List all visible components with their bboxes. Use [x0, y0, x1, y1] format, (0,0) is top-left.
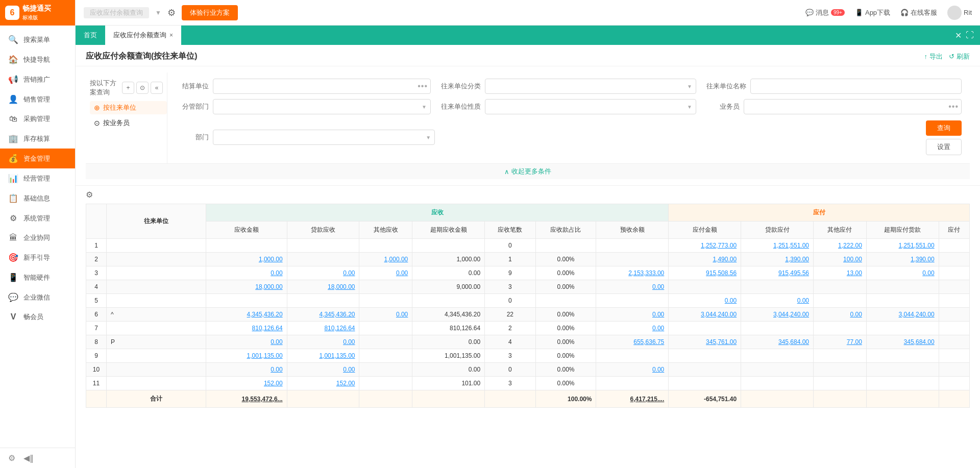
filter-settings-button[interactable]: ⊙ [136, 82, 149, 94]
partner-name-input[interactable] [750, 79, 962, 94]
sidebar-item-enterprise[interactable]: 🏛 企业协同 [0, 228, 75, 248]
table-cell[interactable] [866, 363, 939, 377]
table-cell[interactable] [359, 377, 412, 390]
table-cell[interactable] [866, 377, 939, 390]
table-cell[interactable]: 0.00 [866, 266, 939, 280]
settlement-unit-input[interactable] [213, 79, 431, 94]
table-cell[interactable] [596, 377, 669, 390]
table-cell[interactable] [741, 322, 814, 335]
table-cell[interactable] [669, 322, 741, 335]
partner-category-select[interactable] [485, 79, 696, 94]
table-cell[interactable] [814, 363, 867, 377]
table-cell[interactable] [669, 377, 741, 390]
add-filter-button[interactable]: + [122, 82, 134, 94]
table-cell[interactable] [866, 349, 939, 363]
promote-button[interactable]: 体验行业方案 [182, 5, 238, 20]
table-cell[interactable]: 3,044,240.00 [741, 308, 814, 322]
table-cell[interactable] [741, 280, 814, 294]
table-cell[interactable] [866, 280, 939, 294]
table-cell[interactable] [206, 239, 287, 253]
table-cell[interactable]: 1,000.00 [359, 253, 412, 266]
sidebar-item-member[interactable]: V 畅会员 [0, 307, 75, 327]
table-cell[interactable] [596, 253, 669, 266]
salesperson-dots-icon[interactable]: ••• [948, 102, 959, 111]
table-cell[interactable]: 915,495.56 [741, 266, 814, 280]
table-cell[interactable] [814, 322, 867, 335]
table-cell[interactable]: 4,345,436.20 [287, 308, 359, 322]
table-cell[interactable]: 915,508.56 [669, 266, 741, 280]
department-select[interactable] [213, 130, 435, 145]
table-cell[interactable] [359, 322, 412, 335]
download-button[interactable]: 📱 App下载 [855, 8, 890, 17]
table-cell[interactable]: 100.00 [814, 253, 867, 266]
table-cell[interactable]: 345,684.00 [741, 335, 814, 349]
sidebar-item-search-menu[interactable]: 🔍 搜索菜单 [0, 30, 75, 50]
table-cell[interactable]: 0.00 [669, 294, 741, 308]
table-cell[interactable] [287, 294, 359, 308]
footer-settings-icon[interactable]: ⚙ [8, 453, 15, 463]
footer-collapse-icon[interactable]: ◀‖ [23, 453, 34, 463]
sidebar-item-wechat[interactable]: 💬 企业微信 [0, 287, 75, 307]
sidebar-item-system[interactable]: ⚙ 系统管理 [0, 208, 75, 228]
table-cell[interactable]: 0.00 [814, 308, 867, 322]
table-cell[interactable]: 18,000.00 [206, 280, 287, 294]
table-cell[interactable]: 3,044,240.00 [866, 308, 939, 322]
sidebar-item-basic-info[interactable]: 📋 基础信息 [0, 188, 75, 208]
table-cell[interactable]: 13.00 [814, 266, 867, 280]
table-cell[interactable] [359, 335, 412, 349]
table-cell[interactable]: 0.00 [287, 363, 359, 377]
filter-nav-by-partner[interactable]: ⊕ 按往来单位 [90, 101, 167, 114]
table-cell[interactable] [866, 322, 939, 335]
sidebar-item-sales[interactable]: 👤 销售管理 [0, 89, 75, 109]
dept-manager-select[interactable] [213, 99, 431, 114]
table-cell[interactable]: 0.00 [596, 322, 669, 335]
table-cell[interactable] [206, 294, 287, 308]
table-cell[interactable] [596, 294, 669, 308]
table-cell[interactable]: 0.00 [741, 294, 814, 308]
table-cell[interactable]: 0.00 [206, 335, 287, 349]
table-cell[interactable] [359, 280, 412, 294]
table-cell[interactable] [814, 280, 867, 294]
table-cell[interactable]: 1,252,773.00 [669, 239, 741, 253]
table-cell[interactable] [359, 349, 412, 363]
tab-home[interactable]: 首页 [76, 26, 105, 45]
refresh-button[interactable]: ↺ 刷新 [949, 52, 970, 61]
table-cell[interactable]: 0.00 [596, 363, 669, 377]
table-cell[interactable]: 152.00 [206, 377, 287, 390]
sidebar-item-guide[interactable]: 🎯 新手引导 [0, 248, 75, 267]
filter-collapse-bar[interactable]: ∧ 收起更多条件 [86, 163, 970, 179]
sidebar-item-inventory[interactable]: 🏢 库存核算 [0, 129, 75, 149]
sidebar-item-hardware[interactable]: 📱 智能硬件 [0, 267, 75, 287]
table-cell[interactable]: 345,684.00 [866, 335, 939, 349]
sidebar-item-quick-nav[interactable]: 🏠 快捷导航 [0, 50, 75, 69]
table-cell[interactable] [287, 239, 359, 253]
table-cell[interactable] [866, 294, 939, 308]
sidebar-item-operations[interactable]: 📊 经营管理 [0, 168, 75, 188]
partner-nature-select[interactable] [485, 99, 696, 114]
salesperson-input[interactable] [744, 99, 962, 114]
table-cell[interactable]: 1,251,551.00 [866, 239, 939, 253]
table-cell[interactable]: 1,390.00 [866, 253, 939, 266]
table-cell[interactable] [359, 363, 412, 377]
table-cell[interactable]: 810,126.64 [287, 322, 359, 335]
table-cell[interactable]: 18,000.00 [287, 280, 359, 294]
sidebar-item-marketing[interactable]: 📢 营销推广 [0, 69, 75, 89]
table-cell[interactable]: 0.00 [206, 266, 287, 280]
service-button[interactable]: 🎧 在线客服 [900, 8, 937, 17]
table-cell[interactable]: 0.00 [596, 280, 669, 294]
table-cell[interactable] [814, 294, 867, 308]
table-cell[interactable] [741, 363, 814, 377]
table-cell[interactable]: 655,636.75 [596, 335, 669, 349]
header-settings-icon[interactable]: ⚙ [167, 7, 176, 18]
table-cell[interactable]: 2,153,333.00 [596, 266, 669, 280]
table-cell[interactable] [814, 349, 867, 363]
table-cell[interactable]: 1,490.00 [669, 253, 741, 266]
table-cell[interactable]: 1,000.00 [206, 253, 287, 266]
table-cell[interactable] [741, 349, 814, 363]
table-cell[interactable] [741, 377, 814, 390]
sidebar-item-purchase[interactable]: 🛍 采购管理 [0, 109, 75, 129]
settlement-unit-dots-icon[interactable]: ••• [418, 82, 428, 91]
table-cell[interactable] [669, 363, 741, 377]
table-cell[interactable]: 1,001,135.00 [287, 349, 359, 363]
setting-button[interactable]: 设置 [926, 139, 962, 155]
